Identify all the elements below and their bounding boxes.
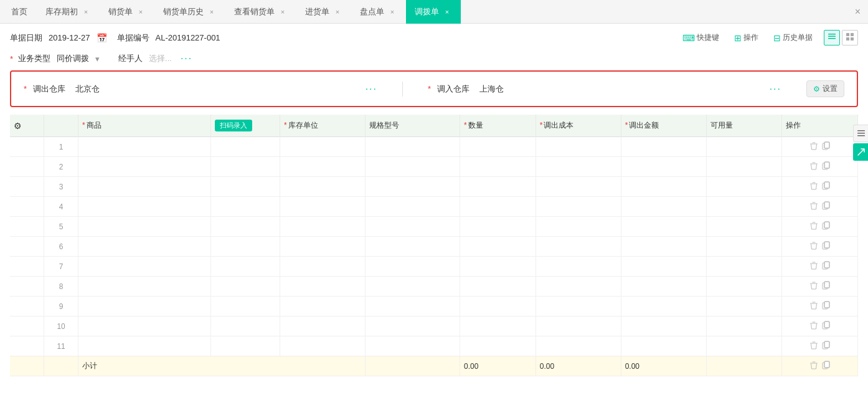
delete-icon-10[interactable]: [809, 321, 818, 331]
settings-button[interactable]: ⚙ 设置: [806, 80, 844, 97]
handler-more-dots[interactable]: ···: [181, 53, 192, 64]
delete-icon-11[interactable]: [809, 341, 818, 351]
row-unit-9[interactable]: [280, 297, 366, 316]
operations-button[interactable]: ⊞ 操作: [730, 31, 762, 44]
row-unit-2[interactable]: [280, 157, 366, 177]
row-unit-3[interactable]: [280, 177, 366, 197]
row-spec-10[interactable]: [365, 316, 460, 336]
row-product-2[interactable]: [78, 157, 211, 177]
row-cost-10[interactable]: [535, 316, 621, 336]
row-product-1[interactable]: [78, 137, 211, 157]
row-cost-5[interactable]: [535, 217, 621, 237]
transfer-in-value[interactable]: 上海仓: [479, 83, 504, 95]
copy-icon-5[interactable]: [822, 221, 831, 232]
delete-icon-9[interactable]: [809, 301, 818, 312]
copy-icon-3[interactable]: [822, 181, 831, 192]
row-cost-1[interactable]: [535, 137, 621, 157]
row-qty-2[interactable]: [460, 157, 536, 177]
transfer-in-dots[interactable]: ···: [770, 83, 781, 95]
tab-sales-order-close[interactable]: ×: [136, 7, 145, 16]
tab-purchase-close[interactable]: ×: [333, 7, 342, 16]
row-product-11[interactable]: [78, 336, 211, 356]
list-view-btn[interactable]: [824, 30, 840, 45]
row-spec-8[interactable]: [365, 277, 460, 297]
tab-view-sales-close[interactable]: ×: [278, 7, 287, 16]
transfer-out-dots[interactable]: ···: [366, 83, 377, 95]
copy-icon-9[interactable]: [822, 301, 831, 312]
col-header-gear[interactable]: ⚙: [10, 115, 44, 137]
row-qty-9[interactable]: [460, 297, 536, 316]
row-spec-1[interactable]: [365, 137, 460, 157]
tab-sales-history[interactable]: 销货单历史 ×: [154, 0, 225, 24]
row-cost-4[interactable]: [535, 197, 621, 217]
handler-value[interactable]: 选择...: [149, 53, 172, 64]
copy-icon-1[interactable]: [822, 141, 831, 152]
row-spec-7[interactable]: [365, 257, 460, 277]
subtotal-copy-icon[interactable]: [822, 361, 831, 371]
grid-view-btn[interactable]: [842, 30, 858, 45]
row-amount-10[interactable]: [621, 316, 706, 336]
row-qty-8[interactable]: [460, 277, 536, 297]
row-amount-4[interactable]: [621, 197, 706, 217]
row-cost-2[interactable]: [535, 157, 621, 177]
sidebar-list-btn[interactable]: [853, 125, 868, 142]
tab-inventory-init-close[interactable]: ×: [82, 7, 90, 16]
row-amount-8[interactable]: [621, 277, 706, 297]
row-unit-10[interactable]: [280, 316, 366, 336]
tab-sales-history-close[interactable]: ×: [207, 7, 216, 16]
delete-icon-8[interactable]: [809, 281, 818, 292]
copy-icon-4[interactable]: [822, 201, 831, 212]
transfer-out-value[interactable]: 北京仓: [75, 83, 100, 95]
row-amount-1[interactable]: [621, 137, 706, 157]
copy-icon-11[interactable]: [822, 341, 831, 351]
business-type-arrow[interactable]: ▾: [95, 54, 100, 64]
row-product-3[interactable]: [78, 177, 211, 197]
row-product-4[interactable]: [78, 197, 211, 217]
row-amount-11[interactable]: [621, 336, 706, 356]
copy-icon-2[interactable]: [822, 161, 831, 172]
row-qty-7[interactable]: [460, 257, 536, 277]
row-spec-4[interactable]: [365, 197, 460, 217]
tab-purchase-order[interactable]: 进货单 ×: [296, 0, 351, 24]
tab-inventory-check[interactable]: 盘点单 ×: [351, 0, 406, 24]
row-unit-1[interactable]: [280, 137, 366, 157]
tab-inventory-init[interactable]: 库存期初 ×: [37, 0, 100, 24]
row-qty-3[interactable]: [460, 177, 536, 197]
delete-icon-5[interactable]: [809, 221, 818, 232]
sidebar-export-btn[interactable]: [853, 143, 868, 161]
row-amount-3[interactable]: [621, 177, 706, 197]
row-product-5[interactable]: [78, 217, 211, 237]
row-amount-2[interactable]: [621, 157, 706, 177]
row-unit-7[interactable]: [280, 257, 366, 277]
row-qty-11[interactable]: [460, 336, 536, 356]
row-cost-11[interactable]: [535, 336, 621, 356]
row-product-7[interactable]: [78, 257, 211, 277]
row-product-6[interactable]: [78, 237, 211, 257]
row-qty-4[interactable]: [460, 197, 536, 217]
shortcuts-button[interactable]: ⌨ 快捷键: [679, 31, 723, 44]
delete-icon-4[interactable]: [809, 201, 818, 212]
tab-home[interactable]: 首页: [2, 0, 37, 24]
scan-button[interactable]: 扫码录入: [215, 120, 252, 131]
row-product-9[interactable]: [78, 297, 211, 316]
delete-icon-3[interactable]: [809, 181, 818, 192]
subtotal-delete-icon[interactable]: [809, 361, 818, 371]
row-unit-11[interactable]: [280, 336, 366, 356]
row-cost-7[interactable]: [535, 257, 621, 277]
tab-transfer-order[interactable]: 调拨单 ×: [406, 0, 461, 24]
row-product-8[interactable]: [78, 277, 211, 297]
row-product-10[interactable]: [78, 316, 211, 336]
row-unit-5[interactable]: [280, 217, 366, 237]
copy-icon-7[interactable]: [822, 261, 831, 272]
tab-view-sales[interactable]: 查看销货单 ×: [225, 0, 296, 24]
row-qty-1[interactable]: [460, 137, 536, 157]
tab-sales-order[interactable]: 销货单 ×: [100, 0, 154, 24]
row-spec-11[interactable]: [365, 336, 460, 356]
delete-icon-7[interactable]: [809, 261, 818, 272]
row-amount-9[interactable]: [621, 297, 706, 316]
row-amount-7[interactable]: [621, 257, 706, 277]
row-cost-6[interactable]: [535, 237, 621, 257]
row-amount-6[interactable]: [621, 237, 706, 257]
delete-icon-6[interactable]: [809, 241, 818, 252]
copy-icon-8[interactable]: [822, 281, 831, 292]
